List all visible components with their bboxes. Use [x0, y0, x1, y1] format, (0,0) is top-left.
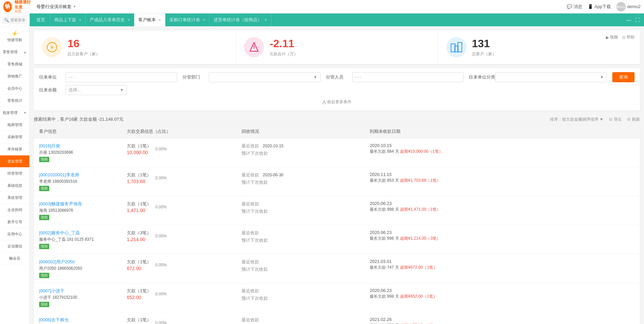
main-layout: 🔍 搜索菜单 ⚡ 快捷导航 零售管理 ▲ 零售商城 营销推广 — [0, 13, 644, 324]
tab-product-on-off[interactable]: 商品上下架 × — [50, 13, 86, 26]
person-input[interactable]: ··· — [352, 72, 464, 82]
tab-product-on-off-close[interactable]: × — [79, 18, 81, 22]
customer-code-4[interactable]: [000002]用户2050 — [39, 259, 127, 265]
debt-info-6: 欠款（1笔） 455.90 0.00% — [127, 317, 242, 324]
filter-category: 往来单位分类 ▼ — [469, 72, 607, 82]
tab-customer-account-close[interactable]: × — [159, 18, 161, 22]
debt-amount-4[interactable]: 672.00 — [127, 266, 151, 271]
stat-corner-actions: ▶ 视频 ⊙ 帮助 — [606, 34, 635, 40]
top-bar: 畅 畅捷通好生意 示范 母婴行业演示账套 ▼ 💬 消息 📱 App下载 demo… — [0, 0, 644, 13]
sort-label[interactable]: 排序：按欠款金额倒序排序 ▼ — [550, 117, 604, 122]
debt-amount-0[interactable]: 10,000.00 — [127, 150, 151, 155]
user-avatar-btn[interactable]: demo2 demo2 — [616, 2, 641, 11]
sidebar-item-quick-nav[interactable]: ⚡ 快捷导航 — [0, 27, 29, 46]
sidebar-item-enterprise[interactable]: 企业协同 — [0, 204, 29, 216]
sidebar: 🔍 搜索菜单 ⚡ 快捷导航 零售管理 ▲ 零售商城 营销推广 — [0, 13, 30, 324]
sidebar-item-ops[interactable]: 经营管理 — [0, 168, 29, 180]
category-input[interactable]: ▼ — [495, 72, 607, 82]
debt-info-4: 欠款（1笔） 672.00 0.00% — [127, 259, 242, 271]
collection-cell-3: 最近收款 预计下次收款 — [242, 230, 370, 243]
inventory-label: 库存核算 — [2, 147, 27, 152]
sidebar-item-corp-wechat[interactable]: 企业微信 — [0, 240, 29, 253]
filter-balance: 往来余额 选择... ▼ — [39, 85, 127, 95]
customer-code-1[interactable]: [0001020001]李老师 — [39, 172, 127, 178]
sidebar-item-wholesale[interactable]: 批发管理 ▼ — [0, 107, 29, 119]
overdue-days-5: 最长欠款 998 天 超期¥652.00（1笔） — [370, 294, 635, 299]
collapse-btn[interactable]: ⋀ 收起更多条件 — [39, 98, 635, 106]
tab-customer-account[interactable]: 客户账本 × — [134, 13, 165, 26]
sidebar-item-basic[interactable]: 基础信息 — [0, 180, 29, 192]
sidebar-item-vip[interactable]: 畅会员 — [0, 253, 29, 265]
refresh-btn[interactable]: ⊙ 刷新 — [627, 117, 640, 122]
debt-amount-3[interactable]: 1,214.00 — [127, 237, 151, 242]
customer-code-6[interactable]: [0006]去下粮仓 — [39, 317, 127, 323]
col-header-collection: 回收情况 — [242, 128, 370, 135]
debt-percent-1: 0.00% — [155, 176, 167, 180]
sidebar-item-retail-stats[interactable]: 零售统计 — [0, 95, 29, 107]
message-btn[interactable]: 💬 消息 — [567, 4, 582, 10]
dept-arrow-icon: ▼ — [313, 75, 317, 80]
overdue-date-1: 2020.11.15 — [370, 172, 635, 177]
sidebar-item-marketing[interactable]: 营销推广 — [0, 70, 29, 83]
overdue-link-5[interactable]: 超期¥652.00（1笔） — [400, 294, 437, 299]
category-arrow-icon: ▼ — [600, 75, 604, 80]
overdue-link-2[interactable]: 超期¥1,471.00（1笔） — [400, 207, 441, 212]
next-collection-2: 预计下次收款 — [242, 208, 370, 214]
help-btn[interactable]: ⊙ 帮助 — [622, 34, 635, 40]
sidebar-item-app-center[interactable]: 应用中心 — [0, 228, 29, 240]
sidebar-item-inventory[interactable]: 库存核算 — [0, 143, 29, 155]
sidebar-item-retail-mgmt[interactable]: 零售管理 ▲ — [0, 46, 29, 58]
sidebar-item-ecommerce[interactable]: 电商管理 — [0, 119, 29, 131]
customer-contact-3: 服务中心_丁磊 181 0125 8371 — [39, 237, 127, 242]
tab-minimize-btn[interactable]: — — [625, 16, 633, 24]
supplier-input[interactable]: ··· — [65, 72, 177, 82]
debt-count-5: 欠款（1笔） — [127, 288, 151, 294]
sidebar-item-purchase[interactable]: 采购管理 — [0, 131, 29, 143]
col-header-debt: 欠款交易信息（占比） — [127, 128, 242, 135]
sidebar-item-sys[interactable]: 系统管理 — [0, 192, 29, 204]
app-download-btn[interactable]: 📱 App下载 — [588, 4, 611, 10]
overdue-link-4[interactable]: 超期¥672.00（1笔） — [400, 265, 437, 270]
overdue-link-0[interactable]: 超期¥10,000.00（1笔） — [400, 149, 443, 154]
tab-maximize-btn[interactable]: ⛶ — [634, 16, 641, 24]
sidebar-search-label: 搜索菜单 — [10, 18, 25, 23]
last-collection-date-0: 2020-10-15 — [263, 144, 283, 148]
search-btn[interactable]: 查询 — [612, 72, 635, 82]
overdue-link-3[interactable]: 超期¥1,214.00（3笔） — [400, 236, 441, 241]
dept-input[interactable]: ▼ — [209, 72, 320, 82]
customer-code-2[interactable]: [0003]畅捷服务尹海燕 — [39, 201, 127, 207]
overdue-link-1[interactable]: 超期¥1,703.68（1笔） — [400, 178, 441, 183]
next-collection-label-5: 预计下次收款 — [242, 296, 268, 301]
customer-code-5[interactable]: [0007]小进干 — [39, 288, 127, 294]
video-btn[interactable]: ▶ 视频 — [606, 34, 618, 40]
sidebar-nav: ⚡ 快捷导航 零售管理 ▲ 零售商城 营销推广 会员中心 零售统计 — [0, 27, 29, 265]
sidebar-item-member[interactable]: 会员中心 — [0, 83, 29, 95]
table-row: [0003]畅捷服务尹海燕 海燕 18513066976 现销 欠款（1笔） 1… — [34, 196, 640, 225]
tab-import-stats[interactable]: 进货单统计表（按商品） × — [209, 13, 271, 26]
debt-amount-icon — [244, 37, 264, 57]
sidebar-search-btn[interactable]: 🔍 搜索菜单 — [2, 16, 27, 24]
debt-amount-2[interactable]: 1,471.00 — [127, 208, 151, 213]
customer-code-0[interactable]: [0016]吕俊 — [39, 143, 127, 149]
customer-code-3[interactable]: [0002]服务中心_丁磊 — [39, 230, 127, 236]
tab-home[interactable]: 首页 — [32, 13, 50, 26]
sidebar-item-retail-mall[interactable]: 零售商城 — [0, 58, 29, 70]
debt-cell-2: 欠款（1笔） 1,471.00 0.00% — [127, 201, 242, 213]
filter-row-1: 往来单位 ··· 分管部门 ▼ — [39, 72, 635, 82]
overdue-cell-1: 2020.11.15 最长欠款 853 天 超期¥1,703.68（1笔） — [370, 172, 635, 183]
tab-purchase-stats[interactable]: 采购订单统计表 × — [165, 13, 209, 26]
tab-product-history[interactable]: 产成品入库单历史 × — [86, 13, 134, 26]
sidebar-item-finance[interactable]: 资金管理 — [0, 155, 29, 168]
tab-import-stats-label: 进货单统计表（按商品） — [214, 17, 262, 23]
balance-input[interactable]: 选择... ▼ — [65, 85, 127, 95]
tab-import-stats-close[interactable]: × — [264, 18, 267, 22]
last-collection-0: 最近收款 2020-10-15 — [242, 143, 370, 149]
export-btn[interactable]: ⊙ 导出 — [609, 117, 622, 122]
tab-product-history-close[interactable]: × — [128, 18, 130, 22]
debt-amount-5[interactable]: 652.00 — [127, 295, 151, 300]
debt-amount-1[interactable]: 1,703.68 — [127, 179, 151, 184]
company-selector[interactable]: 母婴行业演示账套 ▼ — [33, 4, 80, 10]
sidebar-item-new-guide[interactable]: 新手引导 — [0, 216, 29, 228]
filter-supplier: 往来单位 ··· — [39, 72, 177, 82]
tab-purchase-stats-close[interactable]: × — [203, 18, 205, 22]
